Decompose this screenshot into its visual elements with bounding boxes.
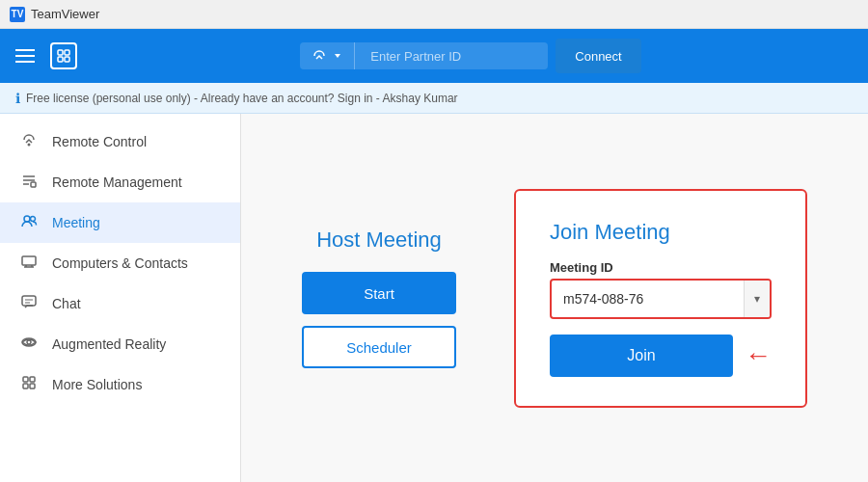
join-button[interactable]: Join — [550, 335, 733, 377]
augmented-reality-icon — [19, 334, 39, 355]
sidebar-item-remote-control[interactable]: Remote Control — [0, 121, 240, 162]
sidebar-item-augmented-reality[interactable]: Augmented Reality — [0, 324, 240, 364]
main-layout: Remote Control Remote Management Meeti — [0, 114, 868, 482]
sidebar-label-more-solutions: More Solutions — [52, 377, 142, 392]
app-icon: TV — [10, 7, 25, 22]
meeting-id-input[interactable] — [552, 283, 744, 314]
toolbar-left — [15, 42, 77, 69]
svg-rect-9 — [22, 296, 36, 306]
info-bar: ℹ Free license (personal use only) - Alr… — [0, 83, 868, 114]
sidebar-item-remote-management[interactable]: Remote Management — [0, 162, 240, 202]
info-icon: ℹ — [15, 91, 20, 106]
hamburger-icon[interactable] — [15, 49, 35, 63]
toolbar-center: Connect — [89, 39, 853, 73]
connect-button[interactable]: Connect — [556, 39, 640, 73]
svg-point-4 — [28, 144, 31, 147]
svg-rect-12 — [23, 377, 28, 382]
join-row: Join ← — [550, 335, 772, 377]
svg-rect-13 — [30, 377, 35, 382]
svg-rect-5 — [31, 182, 36, 187]
start-button[interactable]: Start — [302, 272, 456, 314]
profile-icon[interactable] — [50, 42, 77, 69]
sidebar-label-computers-contacts: Computers & Contacts — [52, 255, 188, 271]
sidebar: Remote Control Remote Management Meeti — [0, 114, 241, 482]
sidebar-item-more-solutions[interactable]: More Solutions — [0, 364, 240, 405]
meeting-id-input-wrapper: ▾ — [550, 279, 772, 319]
join-meeting-title: Join Meeting — [550, 220, 772, 245]
svg-point-11 — [27, 340, 31, 344]
svg-point-6 — [24, 216, 30, 222]
svg-rect-1 — [65, 50, 69, 55]
toolbar: Connect — [0, 29, 868, 83]
host-section: Host Meeting Start Scheduler — [302, 228, 456, 368]
remote-management-icon — [19, 172, 39, 193]
partner-id-section — [300, 42, 548, 69]
sidebar-item-meeting[interactable]: Meeting — [0, 202, 240, 243]
content-area: Host Meeting Start Scheduler Join Meetin… — [241, 114, 868, 482]
sidebar-label-meeting: Meeting — [52, 215, 100, 230]
meeting-id-field: Meeting ID ▾ — [550, 260, 772, 319]
meeting-id-dropdown[interactable]: ▾ — [744, 281, 770, 317]
sidebar-item-chat[interactable]: Chat — [0, 283, 240, 324]
chat-icon — [19, 293, 39, 314]
svg-rect-0 — [58, 50, 63, 55]
meeting-id-label: Meeting ID — [550, 260, 772, 275]
svg-rect-8 — [22, 256, 36, 265]
computers-contacts-icon — [19, 253, 39, 274]
title-bar: TV TeamViewer — [0, 0, 868, 29]
join-section: Join Meeting Meeting ID ▾ Join ← — [514, 189, 807, 408]
info-message: Free license (personal use only) - Alrea… — [26, 92, 458, 105]
host-meeting-title: Host Meeting — [316, 228, 442, 253]
sidebar-label-chat: Chat — [52, 296, 81, 311]
app-title: TeamViewer — [31, 7, 99, 21]
sidebar-label-remote-management: Remote Management — [52, 174, 182, 190]
scheduler-button[interactable]: Scheduler — [302, 326, 456, 368]
partner-id-mode[interactable] — [300, 42, 355, 69]
sidebar-item-computers-contacts[interactable]: Computers & Contacts — [0, 243, 240, 283]
sidebar-label-remote-control: Remote Control — [52, 134, 147, 149]
remote-control-icon — [19, 131, 39, 152]
svg-rect-14 — [23, 384, 28, 388]
svg-rect-15 — [30, 384, 35, 388]
svg-rect-2 — [58, 57, 63, 62]
meeting-id-row: ▾ — [550, 279, 772, 319]
more-solutions-icon — [19, 374, 39, 395]
sidebar-label-augmented-reality: Augmented Reality — [52, 336, 166, 352]
meeting-icon — [19, 212, 39, 233]
arrow-icon: ← — [745, 342, 772, 369]
partner-id-input[interactable] — [355, 43, 548, 69]
svg-point-7 — [31, 217, 36, 222]
svg-rect-3 — [65, 57, 69, 62]
